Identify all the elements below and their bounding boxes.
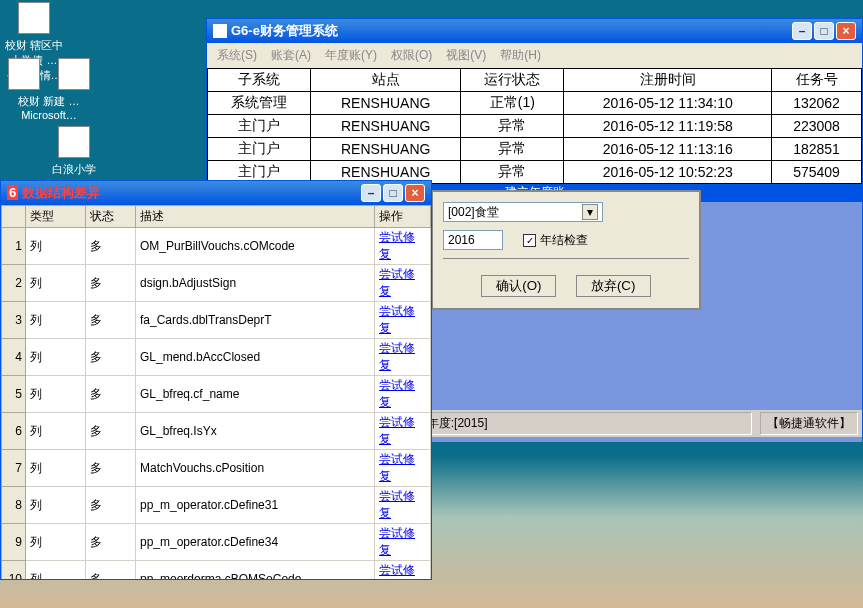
minimize-button[interactable]: – xyxy=(792,22,812,40)
cell: RENSHUANG xyxy=(311,115,461,138)
year-field[interactable]: 2016 xyxy=(443,230,503,250)
diff-window: 6 数据结构差异 – □ × 类型状态描述操作 1列多OM_PurBillVou… xyxy=(0,180,432,580)
cell: 2016-05-12 10:52:23 xyxy=(564,161,772,184)
cell-type: 列 xyxy=(26,450,86,487)
table-row[interactable]: 主门户RENSHUANG异常2016-05-12 11:19:58223008 xyxy=(208,115,862,138)
cell-state: 多 xyxy=(86,561,136,580)
col-header: 描述 xyxy=(136,206,375,228)
table-row[interactable]: 9列多pp_m_operator.cDefine34尝试修复 xyxy=(2,524,431,561)
row-number: 5 xyxy=(2,376,26,413)
excel-icon xyxy=(8,58,40,90)
titlebar[interactable]: G6-e财务管理系统 – □ × xyxy=(207,19,862,43)
row-number: 8 xyxy=(2,487,26,524)
repair-link[interactable]: 尝试修复 xyxy=(379,378,415,409)
cell: 主门户 xyxy=(208,138,311,161)
row-number: 6 xyxy=(2,413,26,450)
repair-link[interactable]: 尝试修复 xyxy=(379,341,415,372)
menu-year[interactable]: 年度账(Y) xyxy=(319,45,383,66)
excel-icon xyxy=(58,126,90,158)
menu-view[interactable]: 视图(V) xyxy=(440,45,492,66)
cell-type: 列 xyxy=(26,487,86,524)
col-header: 类型 xyxy=(26,206,86,228)
table-row[interactable]: 5列多GL_bfreq.cf_name尝试修复 xyxy=(2,376,431,413)
cell-type: 列 xyxy=(26,376,86,413)
repair-link[interactable]: 尝试修复 xyxy=(379,526,415,557)
cell: 2016-05-12 11:19:58 xyxy=(564,115,772,138)
checkbox-label: 年结检查 xyxy=(540,232,588,249)
cell-type: 列 xyxy=(26,561,86,580)
menu-system[interactable]: 系统(S) xyxy=(211,45,263,66)
cell-state: 多 xyxy=(86,265,136,302)
cell: 异常 xyxy=(461,115,564,138)
table-row[interactable]: 系统管理RENSHUANG正常(1)2016-05-12 11:34:10132… xyxy=(208,92,862,115)
table-row[interactable]: 1列多OM_PurBillVouchs.cOMcode尝试修复 xyxy=(2,228,431,265)
col-header: 操作 xyxy=(375,206,431,228)
cell: 系统管理 xyxy=(208,92,311,115)
dropdown-value: [002]食堂 xyxy=(448,204,499,221)
cell-desc: pp_m_operator.cDefine31 xyxy=(136,487,375,524)
diff-count: 6 xyxy=(7,185,18,200)
cell-desc: fa_Cards.dblTransDeprT xyxy=(136,302,375,339)
table-row[interactable]: 7列多MatchVouchs.cPosition尝试修复 xyxy=(2,450,431,487)
table-row[interactable]: 8列多pp_m_operator.cDefine31尝试修复 xyxy=(2,487,431,524)
cell: 正常(1) xyxy=(461,92,564,115)
row-number: 7 xyxy=(2,450,26,487)
cell: 575409 xyxy=(772,161,862,184)
cell-type: 列 xyxy=(26,228,86,265)
cell: 2016-05-12 11:34:10 xyxy=(564,92,772,115)
year-dialog: [002]食堂 ▾ 2016 ✓ 年结检查 确认(O) 放弃(C) xyxy=(431,190,701,310)
cancel-button[interactable]: 放弃(C) xyxy=(576,275,651,297)
repair-link[interactable]: 尝试修复 xyxy=(379,452,415,483)
menu-help[interactable]: 帮助(H) xyxy=(494,45,547,66)
desktop-icon[interactable]: 白浪小学 xyxy=(44,126,104,177)
row-number: 2 xyxy=(2,265,26,302)
repair-link[interactable]: 尝试修复 xyxy=(379,230,415,261)
desktop-icon[interactable]: 校财 新建 … Microsoft… xyxy=(4,58,94,121)
close-button[interactable]: × xyxy=(405,184,425,202)
excel-icon xyxy=(58,58,90,90)
cell-type: 列 xyxy=(26,413,86,450)
repair-link[interactable]: 尝试修复 xyxy=(379,415,415,446)
chevron-down-icon[interactable]: ▾ xyxy=(582,204,598,220)
doc-icon xyxy=(18,2,50,34)
maximize-button[interactable]: □ xyxy=(814,22,834,40)
cell-desc: pp_moorderma.cBOMSoCode xyxy=(136,561,375,580)
cell: RENSHUANG xyxy=(311,138,461,161)
cell: 异常 xyxy=(461,161,564,184)
repair-link[interactable]: 尝试修复 xyxy=(379,563,415,579)
close-button[interactable]: × xyxy=(836,22,856,40)
cell-action: 尝试修复 xyxy=(375,450,431,487)
cell-state: 多 xyxy=(86,228,136,265)
cell-action: 尝试修复 xyxy=(375,265,431,302)
account-dropdown[interactable]: [002]食堂 ▾ xyxy=(443,202,603,222)
table-row[interactable]: 2列多dsign.bAdjustSign尝试修复 xyxy=(2,265,431,302)
cell: 异常 xyxy=(461,138,564,161)
menu-perm[interactable]: 权限(O) xyxy=(385,45,438,66)
col-header: 站点 xyxy=(311,69,461,92)
cell-state: 多 xyxy=(86,339,136,376)
repair-link[interactable]: 尝试修复 xyxy=(379,304,415,335)
year-check-checkbox[interactable]: ✓ xyxy=(523,234,536,247)
col-header: 子系统 xyxy=(208,69,311,92)
menu-account[interactable]: 账套(A) xyxy=(265,45,317,66)
row-number: 10 xyxy=(2,561,26,580)
table-row[interactable]: 4列多GL_mend.bAccClosed尝试修复 xyxy=(2,339,431,376)
ok-button[interactable]: 确认(O) xyxy=(481,275,556,297)
repair-link[interactable]: 尝试修复 xyxy=(379,267,415,298)
minimize-button[interactable]: – xyxy=(361,184,381,202)
icon-label: 校财 新建 … Microsoft… xyxy=(4,94,94,121)
maximize-button[interactable]: □ xyxy=(383,184,403,202)
cell-state: 多 xyxy=(86,376,136,413)
table-row[interactable]: 6列多GL_bfreq.IsYx尝试修复 xyxy=(2,413,431,450)
cell-state: 多 xyxy=(86,487,136,524)
row-number: 3 xyxy=(2,302,26,339)
cell-desc: MatchVouchs.cPosition xyxy=(136,450,375,487)
col-header: 状态 xyxy=(86,206,136,228)
table-row[interactable]: 10列多pp_moorderma.cBOMSoCode尝试修复 xyxy=(2,561,431,580)
table-row[interactable]: 主门户RENSHUANG异常2016-05-12 11:13:16182851 xyxy=(208,138,862,161)
cell-action: 尝试修复 xyxy=(375,524,431,561)
repair-link[interactable]: 尝试修复 xyxy=(379,489,415,520)
table-row[interactable]: 3列多fa_Cards.dblTransDeprT尝试修复 xyxy=(2,302,431,339)
col-header: 任务号 xyxy=(772,69,862,92)
titlebar[interactable]: 6 数据结构差异 – □ × xyxy=(1,181,431,205)
